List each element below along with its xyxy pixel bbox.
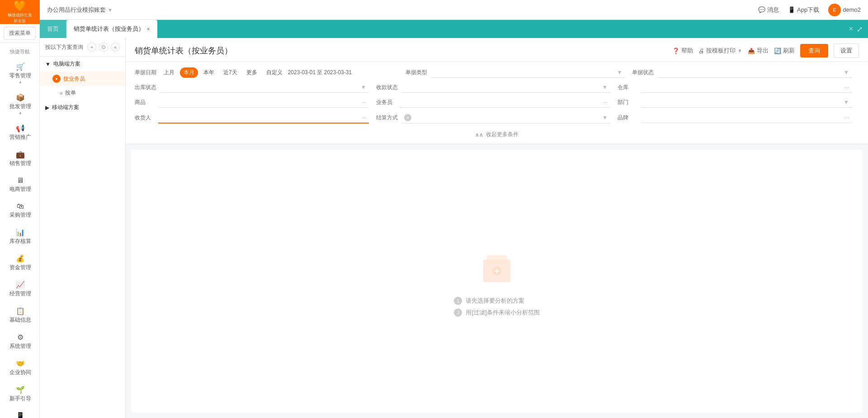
- filter-item-receiver: 收货人 ···: [135, 113, 369, 124]
- add-plan-button[interactable]: +: [87, 43, 96, 52]
- message-button[interactable]: 💬 消息: [758, 6, 779, 14]
- sidebar-item-system[interactable]: ⚙ 系统管理: [0, 328, 39, 355]
- finance-icon: 💰: [16, 254, 25, 263]
- logo-icon: 🧡: [14, 0, 26, 12]
- sidebar-item-operation[interactable]: 📈 经营管理: [0, 276, 39, 302]
- desktop-plan-title[interactable]: ▼ 电脑端方案: [40, 57, 125, 71]
- date-range-display: 2023-03-01 至 2023-03-31: [288, 69, 352, 76]
- help-button[interactable]: ❓ 帮助: [672, 47, 693, 55]
- sidebar-item-sales[interactable]: 💼 销售管理: [0, 146, 39, 172]
- date-btn-more[interactable]: 更多: [243, 67, 261, 78]
- collapse-filter-button[interactable]: ∧∧ 收起更多条件: [135, 128, 859, 138]
- salesperson-input[interactable]: ···: [400, 97, 610, 108]
- template-print-button[interactable]: 🖨 按模板打印 ▼: [698, 47, 742, 55]
- home-tab-label: 首页: [47, 25, 59, 33]
- app-download-label: App下载: [797, 6, 819, 14]
- sales-icon: 💼: [16, 150, 25, 159]
- plan-sub-label: 按单: [65, 89, 76, 97]
- sidebar-item-enterprise[interactable]: 🤝 企业协同: [0, 355, 39, 381]
- type-dropdown[interactable]: ▼: [431, 67, 625, 78]
- payment-dropdown[interactable]: ▼: [401, 82, 610, 93]
- wholesale-icon: 📦: [16, 93, 25, 102]
- brand-input[interactable]: ···: [641, 113, 852, 123]
- settings-button[interactable]: 设置: [834, 43, 859, 58]
- edit-plan-button[interactable]: ⊙: [99, 43, 108, 52]
- receiver-dots-icon[interactable]: ···: [362, 114, 366, 121]
- query-button[interactable]: 查询: [800, 44, 828, 57]
- sidebar-item-retail[interactable]: 🛒 零售管理 ▲: [0, 58, 39, 89]
- mobile-plan-title[interactable]: ▶ 移动端方案: [40, 100, 125, 115]
- sidebar-item-finance[interactable]: 💰 资金管理: [0, 250, 39, 276]
- plan-item-salesperson[interactable]: ● 按业务员: [40, 71, 125, 86]
- hint-text-1: 请先选择要分析的方案: [466, 297, 524, 305]
- sidebar-item-label: 基础信息: [9, 316, 31, 324]
- goods-dots-icon[interactable]: ···: [362, 99, 366, 105]
- page-actions: ❓ 帮助 🖨 按模板打印 ▼ 📤 导出 🔄 刷新: [672, 43, 859, 58]
- tab-home[interactable]: 首页: [40, 20, 66, 38]
- active-tab-label: 销货单统计表（按业务员）: [74, 25, 144, 33]
- page-title: 销货单统计表（按业务员）: [135, 45, 232, 56]
- refresh-button[interactable]: 🔄 刷新: [774, 47, 795, 55]
- dropdown-arrow-icon: ▼: [108, 7, 113, 13]
- appcenter-icon: 📱: [16, 412, 25, 418]
- warehouse-input[interactable]: ···: [641, 82, 852, 93]
- close-window-icon[interactable]: ×: [849, 25, 853, 33]
- app-logo[interactable]: 🧡 畅捷信好生意 标准版: [0, 0, 40, 24]
- sidebar-item-inventory[interactable]: 📊 库存核算: [0, 223, 39, 250]
- right-content: 销货单统计表（按业务员） ❓ 帮助 🖨 按模板打印 ▼ 📤 导出: [126, 38, 868, 418]
- help-label: 帮助: [681, 47, 693, 55]
- sidebar-item-label: 企业协同: [9, 369, 31, 376]
- account-dropdown[interactable]: 办公用品行业模拟账套 ▼: [47, 6, 113, 14]
- sidebar-item-label: 销售管理: [9, 160, 31, 167]
- department-label: 部门: [618, 99, 637, 106]
- sidebar-item-newuser[interactable]: 🌱 新手引导: [0, 381, 39, 407]
- export-button[interactable]: 📤 导出: [748, 47, 769, 55]
- tab-close-icon[interactable]: ×: [147, 26, 150, 32]
- sidebar-item-label: 系统管理: [9, 342, 31, 350]
- mobile-arrow-icon: ▶: [45, 104, 49, 111]
- payment-arrow-icon: ▼: [602, 84, 608, 90]
- settlement-clear-button[interactable]: ×: [404, 114, 411, 121]
- tab-active[interactable]: 销货单统计表（按业务员） ×: [66, 20, 157, 38]
- left-panel-header: 按以下方案查询 + ⊙ «: [40, 38, 125, 57]
- filter-item-payment: 收款状态 ▼: [376, 82, 610, 93]
- empty-state: 1 请先选择要分析的方案 2 用[过滤]条件来缩小分析范围: [131, 150, 863, 413]
- shipment-dropdown[interactable]: ▼: [160, 82, 369, 93]
- sidebar-item-appcenter[interactable]: 📱 应用中心: [0, 407, 39, 418]
- empty-hint-2: 2 用[过滤]条件来缩小分析范围: [454, 309, 539, 317]
- quick-nav-label: 快捷导航: [3, 45, 37, 57]
- user-profile[interactable]: E demo2: [828, 4, 861, 16]
- purchase-icon: 🛍: [17, 202, 24, 210]
- status-dropdown[interactable]: ▼: [657, 67, 852, 78]
- collapse-panel-button[interactable]: «: [111, 43, 120, 52]
- username: demo2: [843, 6, 861, 13]
- filter-item-settlement: 结算方式 × ▼: [376, 112, 610, 124]
- plan-sub-icon: ≡: [60, 90, 62, 96]
- receiver-input[interactable]: ···: [158, 113, 369, 124]
- date-btn-custom[interactable]: 自定义: [263, 67, 286, 78]
- maximize-icon[interactable]: ⤢: [857, 25, 863, 33]
- content-area: 按以下方案查询 + ⊙ « ▼ 电脑端方案 ● 按业务员 ≡ 按: [40, 38, 868, 418]
- sidebar-item-ecommerce[interactable]: 🖥 电商管理: [0, 172, 39, 198]
- plan-item-order[interactable]: ≡ 按单: [40, 86, 125, 100]
- date-btn-thismonth[interactable]: 本月: [180, 67, 198, 78]
- warehouse-dots-icon[interactable]: ···: [844, 84, 849, 90]
- salesperson-dots-icon[interactable]: ···: [603, 99, 608, 105]
- sidebar-item-purchase[interactable]: 🛍 采购管理: [0, 198, 39, 223]
- department-dropdown[interactable]: ▼: [641, 97, 852, 108]
- search-menu-button[interactable]: 搜索菜单: [4, 27, 36, 40]
- export-icon: 📤: [748, 48, 755, 54]
- topbar: 办公用品行业模拟账套 ▼ 💬 消息 📱 App下载 E demo2: [40, 0, 868, 20]
- sidebar-item-marketing[interactable]: 📢 营销推广: [0, 119, 39, 146]
- filter-row-2: 出库状态 ▼ 收款状态 ▼ 仓库: [135, 82, 859, 93]
- date-btn-lastmonth[interactable]: 上月: [160, 67, 178, 78]
- goods-input[interactable]: ···: [158, 97, 369, 108]
- date-btn-7days[interactable]: 近7天: [220, 67, 241, 78]
- brand-dots-icon[interactable]: ···: [844, 114, 849, 121]
- date-btn-thisyear[interactable]: 本年: [200, 67, 218, 78]
- app-download-button[interactable]: 📱 App下载: [788, 6, 819, 14]
- goods-label: 商品: [135, 99, 155, 106]
- sidebar-item-wholesale[interactable]: 📦 批发管理 ▲: [0, 89, 39, 119]
- sidebar-item-basic-info[interactable]: 📋 基础信息: [0, 302, 39, 328]
- sidebar-item-label: 批发管理: [9, 103, 31, 110]
